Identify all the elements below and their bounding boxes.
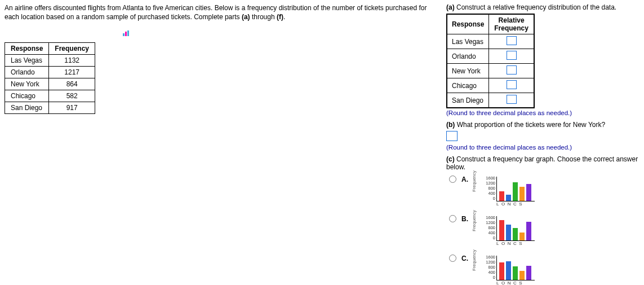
- part-c-text: Construct a frequency bar graph. Choose …: [446, 155, 638, 171]
- plot-area: [496, 177, 535, 201]
- freq-h1: Response: [5, 43, 49, 55]
- part-a-label: (a): [446, 3, 455, 11]
- table-row: Chicago: [447, 78, 534, 93]
- prompt-bold-a: (a): [242, 13, 250, 21]
- bar: [526, 184, 531, 201]
- bar: [519, 233, 525, 240]
- relative-freq-table: Response Relative Frequency Las Vegas Or…: [446, 14, 535, 108]
- prompt-bold-f: (f): [277, 13, 283, 21]
- choice-b-label: B.: [461, 215, 470, 223]
- ylabel: Frequency: [472, 170, 477, 192]
- part-a-text: Construct a relative frequency distribut…: [455, 3, 617, 11]
- xticks: LONCS: [496, 201, 525, 207]
- rel-h1: Response: [447, 14, 489, 34]
- prompt-text-a: An airline offers discounted flights fro…: [5, 4, 427, 21]
- rel-freq-input-lasvegas[interactable]: [507, 36, 517, 45]
- yticks: 160012008004000: [483, 176, 495, 201]
- data-table-icon[interactable]: [123, 30, 131, 36]
- table-row: San Diego917: [5, 102, 95, 114]
- radio-option-c[interactable]: [449, 255, 456, 262]
- xticks: LONCS: [496, 241, 525, 246]
- bar: [506, 195, 511, 201]
- part-c-question: (c) Construct a frequency bar graph. Cho…: [446, 155, 639, 171]
- part-b-input[interactable]: [446, 131, 458, 141]
- xticks: LONCS: [496, 280, 525, 285]
- table-row: San Diego: [447, 93, 534, 108]
- choice-c-label: C.: [461, 255, 470, 262]
- mini-chart-b: Frequency 160012008004000 LONCS: [476, 214, 538, 249]
- choice-a-label: A.: [461, 176, 470, 183]
- part-a-question: (a) Construct a relative frequency distr…: [446, 3, 639, 11]
- rel-freq-input-newyork[interactable]: [507, 65, 517, 74]
- right-column: (a) Construct a relative frequency distr…: [446, 3, 639, 285]
- part-b-question: (b) What proportion of the tickets were …: [446, 121, 639, 129]
- bar: [499, 191, 504, 201]
- bar: [526, 222, 531, 240]
- bar: [506, 225, 511, 240]
- plot-area: [496, 216, 535, 241]
- part-c-label: (c): [446, 155, 455, 163]
- bar: [519, 187, 525, 201]
- table-row: Las Vegas1132: [5, 55, 95, 67]
- rel-freq-input-chicago[interactable]: [507, 80, 517, 89]
- yticks: 160012008004000: [483, 255, 495, 280]
- frequency-table: Response Frequency Las Vegas1132 Orlando…: [5, 42, 95, 114]
- ylabel: Frequency: [472, 210, 477, 231]
- bar: [506, 261, 511, 280]
- part-b-label: (b): [446, 121, 455, 129]
- prompt-text-c: .: [283, 13, 285, 21]
- rel-freq-input-sandiego[interactable]: [507, 95, 517, 104]
- bar: [519, 271, 525, 280]
- table-row: Orlando: [447, 49, 534, 64]
- bar: [513, 266, 518, 280]
- part-b-text: What proportion of the tickets were for …: [455, 121, 605, 129]
- bar: [526, 266, 531, 280]
- rel-h2: Relative Frequency: [489, 14, 534, 34]
- ylabel: Frequency: [472, 249, 477, 271]
- part-a-note: (Round to three decimal places as needed…: [446, 109, 639, 116]
- radio-option-b[interactable]: [449, 215, 456, 222]
- plot-area: [496, 256, 535, 280]
- table-row: Chicago582: [5, 90, 95, 102]
- yticks: 160012008004000: [483, 215, 495, 240]
- radio-option-a[interactable]: [449, 176, 456, 183]
- prompt-text-b: through: [250, 13, 277, 21]
- table-row: Orlando1217: [5, 67, 95, 78]
- mini-chart-c: Frequency 160012008004000 LONCS: [476, 253, 538, 285]
- choice-b: B. Frequency 160012008004000 LONCS: [446, 214, 639, 249]
- bar: [513, 182, 518, 201]
- bar: [499, 262, 504, 280]
- mini-chart-a: Frequency 160012008004000 LONCS: [476, 174, 538, 209]
- freq-h2: Frequency: [49, 43, 95, 55]
- problem-statement: An airline offers discounted flights fro…: [5, 3, 438, 21]
- choice-c: C. Frequency 160012008004000 LONCS: [446, 253, 639, 285]
- part-c-choices: A. Frequency 160012008004000 LONCS: [446, 174, 639, 285]
- bar: [513, 228, 518, 240]
- table-row: New York: [447, 64, 534, 78]
- choice-a: A. Frequency 160012008004000 LONCS: [446, 174, 639, 209]
- part-b-note: (Round to three decimal places as needed…: [446, 144, 639, 151]
- left-column: An airline offers discounted flights fro…: [5, 3, 438, 285]
- rel-freq-input-orlando[interactable]: [507, 51, 517, 60]
- bar: [499, 220, 504, 240]
- table-row: Las Vegas: [447, 34, 534, 49]
- table-row: New York864: [5, 78, 95, 90]
